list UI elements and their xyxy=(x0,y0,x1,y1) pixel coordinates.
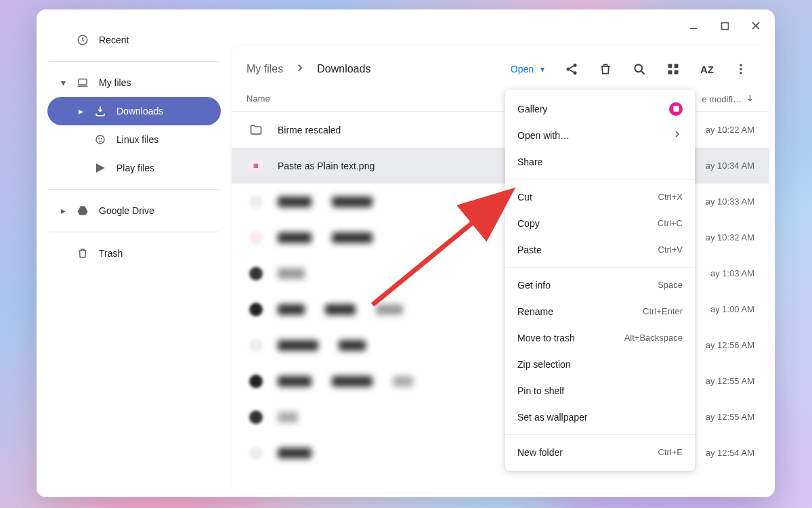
chevron-right-icon xyxy=(294,62,306,77)
context-menu: Gallery Open with… Share Cut Ctrl+X Copy… xyxy=(505,90,695,471)
sidebar-label: Play files xyxy=(116,163,154,173)
linux-icon xyxy=(93,133,107,146)
download-icon xyxy=(93,104,107,118)
svg-point-19 xyxy=(740,64,742,66)
separator xyxy=(49,61,219,62)
menu-move-to-trash[interactable]: Move to trash Alt+Backspace xyxy=(505,324,695,351)
svg-point-13 xyxy=(635,64,642,72)
breadcrumb-current: Downloads xyxy=(317,63,370,75)
close-button[interactable] xyxy=(746,16,765,35)
menu-open-with[interactable]: Open with… xyxy=(505,122,695,148)
sidebar-item-downloads[interactable]: ▸ Downloads xyxy=(47,97,221,125)
sidebar-item-trash[interactable]: Trash xyxy=(47,239,221,268)
sidebar-label: Google Drive xyxy=(99,205,154,216)
menu-separator xyxy=(505,267,695,268)
breadcrumb-parent[interactable]: My files xyxy=(247,63,283,75)
menu-new-folder[interactable]: New folder Ctrl+E xyxy=(505,439,695,465)
sidebar-label: Linux files xyxy=(116,134,158,145)
more-options-button[interactable] xyxy=(727,56,754,83)
svg-rect-22 xyxy=(673,106,679,111)
play-icon xyxy=(93,161,107,175)
svg-rect-17 xyxy=(668,70,672,75)
svg-point-10 xyxy=(574,64,577,67)
svg-rect-1 xyxy=(721,22,728,29)
svg-point-8 xyxy=(98,137,100,139)
maximize-button[interactable] xyxy=(715,16,734,35)
menu-rename[interactable]: Rename Ctrl+Enter xyxy=(505,298,695,324)
chevron-right-icon xyxy=(672,129,683,142)
drive-icon xyxy=(76,204,89,217)
separator xyxy=(49,189,219,190)
toolbar: My files Downloads Open ▼ xyxy=(232,46,769,88)
image-icon: ▦ xyxy=(247,159,265,173)
sidebar: Recent ▾ My files ▸ Downloads Linux file… xyxy=(37,9,232,497)
sidebar-item-google-drive[interactable]: ▸ Google Drive xyxy=(47,196,221,225)
menu-zip-selection[interactable]: Zip selection xyxy=(505,351,695,377)
sidebar-item-my-files[interactable]: ▾ My files xyxy=(47,68,221,97)
expand-icon[interactable]: ▸ xyxy=(60,205,66,216)
svg-point-21 xyxy=(740,72,742,74)
separator xyxy=(49,232,219,232)
svg-point-7 xyxy=(96,135,104,144)
sidebar-item-linux-files[interactable]: Linux files xyxy=(47,125,221,154)
trash-icon xyxy=(76,247,89,260)
menu-cut[interactable]: Cut Ctrl+X xyxy=(505,184,695,210)
arrow-down-icon xyxy=(746,93,754,104)
svg-point-11 xyxy=(567,68,570,71)
svg-point-9 xyxy=(101,137,102,139)
svg-point-12 xyxy=(574,71,577,75)
menu-separator xyxy=(505,434,695,435)
svg-rect-16 xyxy=(675,64,679,68)
menu-copy[interactable]: Copy Ctrl+C xyxy=(505,210,695,236)
clock-icon xyxy=(76,33,89,47)
folder-icon xyxy=(247,123,265,137)
svg-line-14 xyxy=(641,71,644,74)
expand-icon[interactable]: ▸ xyxy=(77,106,84,117)
menu-gallery[interactable]: Gallery xyxy=(505,96,695,122)
sidebar-label: Recent xyxy=(99,35,129,45)
menu-paste[interactable]: Paste Ctrl+V xyxy=(505,236,695,263)
laptop-icon xyxy=(76,76,89,89)
sort-button[interactable]: AZ xyxy=(693,56,721,83)
svg-rect-5 xyxy=(79,79,87,85)
window-controls xyxy=(684,16,765,35)
svg-rect-15 xyxy=(668,64,672,68)
sidebar-item-play-files[interactable]: Play files xyxy=(47,154,221,182)
sidebar-item-recent[interactable]: Recent xyxy=(47,26,221,54)
sidebar-label: My files xyxy=(99,77,131,88)
delete-button[interactable] xyxy=(592,56,619,83)
menu-set-wallpaper[interactable]: Set as wallpaper xyxy=(505,404,695,430)
sidebar-label: Downloads xyxy=(116,106,163,117)
search-button[interactable] xyxy=(626,56,653,83)
minimize-button[interactable] xyxy=(684,16,703,35)
gallery-app-icon xyxy=(669,102,683,116)
caret-down-icon: ▼ xyxy=(539,66,546,73)
breadcrumb: My files Downloads xyxy=(247,62,370,77)
menu-get-info[interactable]: Get info Space xyxy=(505,272,695,298)
open-dropdown[interactable]: Open ▼ xyxy=(505,60,551,79)
svg-rect-18 xyxy=(675,70,679,75)
menu-share[interactable]: Share xyxy=(505,148,695,175)
expand-icon[interactable]: ▾ xyxy=(60,77,66,88)
menu-separator xyxy=(505,179,695,179)
menu-pin-to-shelf[interactable]: Pin to shelf xyxy=(505,377,695,404)
share-button[interactable] xyxy=(558,56,585,83)
grid-view-button[interactable] xyxy=(660,56,687,83)
svg-point-20 xyxy=(740,68,742,70)
sidebar-label: Trash xyxy=(99,248,123,259)
